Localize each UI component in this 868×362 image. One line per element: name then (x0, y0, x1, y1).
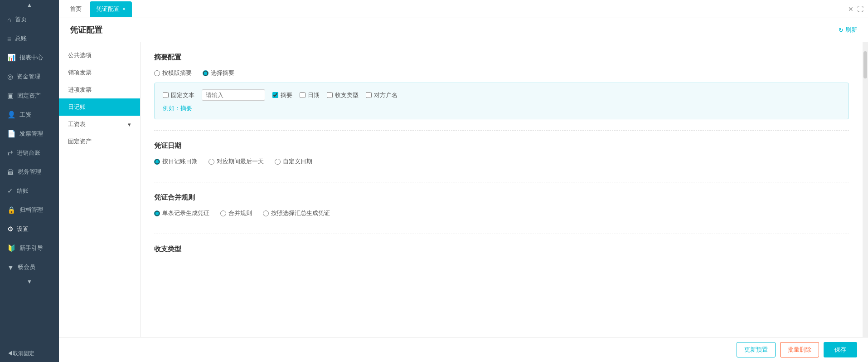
radio-last-day[interactable]: 对应期间最后一天 (209, 157, 264, 166)
window-close-button[interactable]: ✕ (848, 5, 853, 13)
checkbox-date[interactable]: 日期 (300, 91, 320, 99)
sidebar-item-ledger[interactable]: ≡ 总账 (0, 29, 59, 48)
nav-item-payroll[interactable]: 工资表 ▾ (59, 116, 140, 133)
checkbox-fixed-text[interactable]: 固定文本 (163, 91, 194, 99)
save-button[interactable]: 保存 (824, 342, 857, 357)
sidebar-scroll-down[interactable]: ▼ (0, 277, 59, 287)
refresh-button[interactable]: ↻ 刷新 (839, 26, 857, 34)
sidebar-item-home[interactable]: ⌂ 首页 (0, 10, 59, 29)
batch-delete-button[interactable]: 批量删除 (780, 342, 819, 357)
tab-home[interactable]: 首页 (63, 1, 88, 17)
sidebar-item-settle[interactable]: ✓ 结账 (0, 181, 59, 201)
update-preview-button[interactable]: 更新预置 (737, 342, 776, 357)
sidebar: ▲ ⌂ 首页 ≡ 总账 📊 报表中心 ◎ 资金管理 ▣ 固定资产 👤 工资 📄 … (0, 0, 59, 362)
report-icon: 📊 (7, 54, 16, 62)
fixed-text-input[interactable] (202, 89, 265, 101)
voucher-date-section: 凭证日期 按日记账日期 对应期间最后一天 自定义日期 (154, 142, 849, 182)
radio-select-summary-input[interactable] (203, 70, 209, 76)
main-area: 首页 凭证配置 × ✕ ⛶ 凭证配置 ↻ 刷新 公共选项 (59, 0, 868, 362)
nav-item-public[interactable]: 公共选项 (59, 47, 140, 64)
member-icon: ▼ (7, 264, 14, 271)
tab-bar: 首页 凭证配置 × ✕ ⛶ (59, 0, 868, 18)
content-area: 凭证配置 ↻ 刷新 公共选项 销项发票 进项发票 日记账 (59, 18, 868, 362)
outer-scrollbar[interactable] (863, 42, 868, 337)
radio-last-day-input[interactable] (209, 159, 214, 165)
checkbox-counterpart-input[interactable] (366, 92, 372, 98)
nav-item-sales-invoice[interactable]: 销项发票 (59, 64, 140, 81)
tab-voucher-config[interactable]: 凭证配置 × (90, 1, 132, 17)
income-type-section: 收支类型 (154, 245, 849, 272)
radio-custom-date-input[interactable] (275, 159, 281, 165)
radio-select-merge[interactable]: 按照选择汇总生成凭证 (263, 209, 330, 217)
checkbox-date-input[interactable] (300, 92, 305, 98)
right-content: 摘要配置 按模版摘要 选择摘要 (141, 42, 863, 337)
income-type-title: 收支类型 (154, 245, 849, 254)
voucher-date-title: 凭证日期 (154, 142, 849, 150)
sidebar-item-trade[interactable]: ⇄ 进销台账 (0, 143, 59, 162)
invoice-icon: 📄 (7, 130, 16, 138)
left-nav: 公共选项 销项发票 进项发票 日记账 工资表 ▾ 固定资产 (59, 42, 141, 337)
salary-icon: 👤 (7, 111, 16, 119)
checkbox-summary-input[interactable] (272, 92, 278, 98)
radio-custom-date[interactable]: 自定义日期 (275, 157, 312, 166)
radio-journal-date-input[interactable] (154, 159, 160, 165)
checkbox-fixed-text-input[interactable] (163, 92, 169, 98)
nav-item-fixed-assets[interactable]: 固定资产 (59, 133, 140, 150)
sidebar-scroll-up[interactable]: ▲ (0, 0, 59, 10)
radio-select-merge-input[interactable] (263, 210, 269, 216)
settings-icon: ⚙ (7, 225, 13, 233)
sidebar-item-assets[interactable]: ▣ 固定资产 (0, 86, 59, 105)
voucher-date-radio-group: 按日记账日期 对应期间最后一天 自定义日期 (154, 157, 849, 166)
tab-close-button[interactable]: × (122, 6, 126, 12)
sidebar-item-tax[interactable]: 🏛 税务管理 (0, 162, 59, 181)
trade-icon: ⇄ (7, 149, 13, 157)
outer-scrollbar-thumb[interactable] (863, 51, 867, 78)
archive-icon: 🔒 (7, 206, 16, 214)
merge-rule-title: 凭证合并规则 (154, 193, 849, 202)
radio-single-input[interactable] (154, 210, 160, 216)
radio-template-summary[interactable]: 按模版摘要 (154, 69, 192, 77)
radio-journal-date[interactable]: 按日记账日期 (154, 157, 198, 166)
sidebar-item-archive[interactable]: 🔒 归档管理 (0, 201, 59, 220)
body-layout: 公共选项 销项发票 进项发票 日记账 工资表 ▾ 固定资产 (59, 42, 868, 337)
home-icon: ⌂ (7, 16, 11, 24)
settle-icon: ✓ (7, 187, 13, 195)
summary-checkbox-row: 固定文本 摘要 日期 (163, 89, 840, 101)
funds-icon: ◎ (7, 73, 13, 81)
nav-item-journal[interactable]: 日记账 (59, 98, 140, 116)
page-header: 凭证配置 ↻ 刷新 (59, 18, 868, 42)
example-text: 例如：摘要 (163, 104, 840, 113)
radio-template-summary-input[interactable] (154, 70, 160, 76)
sidebar-unpin-button[interactable]: ◀取消固定 (0, 345, 59, 362)
radio-merge-input[interactable] (220, 210, 226, 216)
summary-section-title: 摘要配置 (154, 53, 849, 62)
guide-icon: 🔰 (7, 244, 16, 252)
window-resize-button[interactable]: ⛶ (857, 5, 863, 13)
sidebar-item-settings[interactable]: ⚙ 设置 (0, 220, 59, 239)
summary-config-box: 固定文本 摘要 日期 (154, 83, 849, 119)
sidebar-item-funds[interactable]: ◎ 资金管理 (0, 67, 59, 86)
bottom-bar: 更新预置 批量删除 保存 (59, 337, 868, 362)
nav-arrow-icon: ▾ (128, 121, 131, 128)
checkbox-income-type[interactable]: 收支类型 (327, 91, 359, 99)
sidebar-item-salary[interactable]: 👤 工资 (0, 105, 59, 124)
sidebar-item-report[interactable]: 📊 报表中心 (0, 48, 59, 67)
tax-icon: 🏛 (7, 168, 14, 176)
summary-radio-group: 按模版摘要 选择摘要 (154, 69, 849, 77)
refresh-icon: ↻ (839, 27, 844, 34)
sidebar-item-invoice[interactable]: 📄 发票管理 (0, 124, 59, 143)
radio-select-summary[interactable]: 选择摘要 (203, 69, 234, 77)
sidebar-item-guide[interactable]: 🔰 新手引导 (0, 239, 59, 258)
assets-icon: ▣ (7, 92, 14, 100)
radio-single[interactable]: 单条记录生成凭证 (154, 209, 209, 217)
merge-rule-radio-group: 单条记录生成凭证 合并规则 按照选择汇总生成凭证 (154, 209, 849, 217)
radio-merge[interactable]: 合并规则 (220, 209, 252, 217)
checkbox-counterpart[interactable]: 对方户名 (366, 91, 398, 99)
nav-item-purchase-invoice[interactable]: 进项发票 (59, 81, 140, 98)
sidebar-item-member[interactable]: ▼ 畅会员 (0, 258, 59, 277)
merge-rule-section: 凭证合并规则 单条记录生成凭证 合并规则 按照选择汇总生成凭证 (154, 193, 849, 234)
checkbox-income-type-input[interactable] (327, 92, 333, 98)
checkbox-summary[interactable]: 摘要 (272, 91, 292, 99)
summary-section: 摘要配置 按模版摘要 选择摘要 (154, 53, 849, 131)
page-title: 凭证配置 (70, 24, 102, 35)
